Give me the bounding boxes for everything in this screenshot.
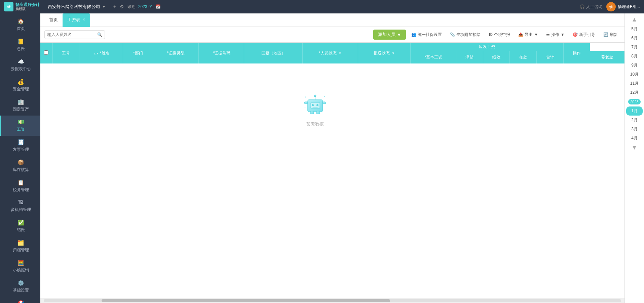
user-name: 畅理通B组...: [618, 4, 640, 10]
sidebar-label-salary: 工资: [17, 127, 25, 132]
header-actions: ＋ ⚙: [112, 4, 124, 10]
operations-label: 操作: [551, 32, 559, 38]
search-input[interactable]: [44, 30, 105, 39]
date-month-5[interactable]: 5月: [625, 25, 644, 34]
sidebar-item-expense[interactable]: 🧮 小畅报销: [0, 256, 40, 276]
personal-tax-label: 个税申报: [494, 32, 510, 38]
company-dropdown-arrow: ▼: [102, 5, 106, 9]
export-dropdown-icon: ▼: [534, 32, 538, 37]
th-id-type: *证据类型: [153, 43, 199, 63]
sidebar-label-inventory: 库存核算: [13, 167, 29, 173]
date-month-6[interactable]: 6月: [625, 34, 644, 43]
report-status-filter-icon[interactable]: ▼: [391, 51, 395, 55]
sidebar-item-fund[interactable]: 💰 资金管理: [0, 75, 40, 95]
sidebar-item-guide[interactable]: 🎯 新手引导: [0, 297, 40, 303]
tab-home[interactable]: 首页: [44, 13, 63, 27]
svg-rect-10: [316, 111, 320, 114]
sidebar-item-ledger[interactable]: 📒 总账: [0, 35, 40, 55]
date-month-8[interactable]: 8月: [625, 52, 644, 61]
logo-area: 好 畅应通好会计 旗舰版: [4, 2, 44, 11]
sidebar-label-tax: 税务管理: [13, 187, 29, 193]
sidebar-item-cloud-report[interactable]: ☁️ 云报表中心: [0, 55, 40, 75]
date-panel-up-btn[interactable]: ▲: [630, 15, 639, 25]
date-month-11[interactable]: 11月: [625, 79, 644, 88]
tab-salary-close[interactable]: ✕: [82, 17, 85, 22]
tab-salary-table[interactable]: 工资表 ✕: [63, 13, 90, 27]
logo-icon: 好: [4, 2, 13, 11]
sidebar-item-settings[interactable]: ⚙️ 基础设置: [0, 276, 40, 297]
app-title: 畅应通好会计: [15, 2, 40, 7]
content-area: 首页 工资表 ✕ 🔍 添加人员 ▼ 👥 统一社保设置 📎: [40, 13, 624, 303]
search-icon: 🔍: [97, 32, 102, 37]
sidebar-item-multi-org[interactable]: 🏗 多机构管理: [0, 196, 40, 216]
sidebar-label-settle: 结账: [17, 227, 25, 233]
settings-btn[interactable]: ⚙: [120, 4, 124, 9]
select-all-checkbox[interactable]: [44, 50, 48, 55]
app-subtitle: 旗舰版: [15, 7, 40, 11]
search-wrap: 🔍: [44, 30, 105, 39]
checkbox-header[interactable]: [40, 43, 52, 63]
social-security-btn[interactable]: 👥 统一社保设置: [409, 31, 445, 39]
add-company-btn[interactable]: ＋: [112, 4, 117, 10]
tab-bar: 首页 工资表 ✕: [40, 13, 624, 27]
date-month-1-active[interactable]: 1月: [626, 106, 643, 116]
th-person-status: *人员状态 ▼: [302, 43, 358, 63]
date-panel-down-btn[interactable]: ▼: [630, 143, 639, 153]
tax-icon: 📋: [17, 179, 24, 186]
sidebar-item-tax[interactable]: 📋 税务管理: [0, 176, 40, 196]
add-person-btn[interactable]: 添加人员 ▼: [373, 30, 406, 40]
th-total: 合计: [537, 51, 564, 63]
headset-icon: 🎧: [580, 4, 585, 9]
date-month-9[interactable]: 9月: [625, 61, 644, 70]
sidebar-label-expense: 小畅报销: [13, 267, 29, 273]
period-label-text: 账期: [127, 4, 136, 10]
operations-icon: ☰: [546, 32, 550, 37]
th-operations: 操作: [563, 43, 590, 63]
guide-label: 新手引导: [579, 32, 595, 38]
date-month-2[interactable]: 2月: [625, 116, 644, 125]
service-btn[interactable]: 🎧 人工咨询: [580, 4, 602, 10]
company-name: 西安虾米网络科技有限公司: [48, 4, 100, 10]
refresh-btn[interactable]: 🔄 刷新: [601, 31, 620, 39]
sidebar-item-invoice[interactable]: 🧾 发票管理: [0, 136, 40, 156]
export-btn[interactable]: 📤 导出 ▼: [516, 31, 541, 39]
sidebar-label-settings: 基础设置: [13, 288, 29, 293]
date-panel: ▲ 5月 6月 7月 8月 9月 10月 11月 12月 2023 1月 2月 …: [624, 13, 644, 303]
main-layout: 🏠 首页 📒 总账 ☁️ 云报表中心 💰 资金管理 🏢 固定资产 💵 工资 🧾 …: [0, 13, 644, 303]
date-month-4[interactable]: 4月: [625, 134, 644, 143]
sidebar-item-archive[interactable]: 🗂️ 归档管理: [0, 236, 40, 256]
sidebar-item-home[interactable]: 🏠 首页: [0, 15, 40, 35]
th-number: 工号: [52, 43, 79, 63]
special-deduction-btn[interactable]: 📎 专项附加扣除: [447, 31, 483, 39]
scroll-thumb[interactable]: [102, 299, 390, 302]
sidebar-label-cloud: 云报表中心: [11, 66, 31, 72]
empty-text: 暂无数据: [306, 121, 324, 127]
sidebar-item-salary[interactable]: 💵 工资: [0, 116, 40, 136]
personal-tax-icon: 🖼: [489, 32, 493, 37]
social-security-label: 统一社保设置: [418, 32, 442, 38]
sidebar-item-settle[interactable]: ✅ 结账: [0, 216, 40, 236]
svg-point-3: [316, 104, 318, 106]
date-month-7[interactable]: 7月: [625, 43, 644, 52]
scroll-track[interactable]: [44, 299, 621, 302]
sidebar-item-fixed-asset[interactable]: 🏢 固定资产: [0, 95, 40, 116]
sidebar-item-inventory[interactable]: 📦 库存核算: [0, 156, 40, 176]
archive-icon: 🗂️: [17, 240, 24, 246]
operations-btn[interactable]: ☰ 操作 ▼: [543, 31, 567, 39]
sidebar-label-archive: 归档管理: [13, 247, 29, 253]
company-selector[interactable]: 西安虾米网络科技有限公司 ▼: [48, 4, 106, 10]
person-status-filter-icon[interactable]: ▼: [338, 51, 342, 55]
guide-btn[interactable]: 🎯 新手引导: [570, 31, 598, 39]
date-month-3[interactable]: 3月: [625, 125, 644, 134]
date-month-12[interactable]: 12月: [625, 88, 644, 97]
sort-icon: ▲▼: [93, 52, 99, 55]
calendar-icon[interactable]: 📅: [156, 4, 161, 9]
user-avatar: 畅: [606, 2, 616, 11]
personal-tax-btn[interactable]: 🖼 个税申报: [486, 31, 513, 39]
fixed-asset-icon: 🏢: [17, 99, 24, 105]
bottom-scroll[interactable]: [40, 298, 624, 303]
user-area[interactable]: 畅 畅理通B组...: [606, 2, 640, 11]
date-month-10[interactable]: 10月: [625, 70, 644, 79]
year-badge[interactable]: 2023: [628, 99, 640, 104]
empty-icon: [302, 90, 329, 117]
